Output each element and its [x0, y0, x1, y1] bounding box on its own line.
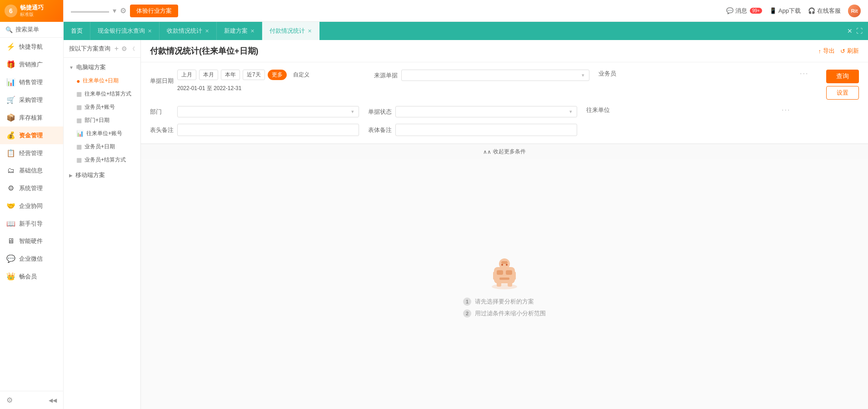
filter-bodynote-wrapper: 表体备注 — [368, 124, 577, 136]
scheme-mobile-group[interactable]: ▶ 移动端方案 — [64, 168, 140, 182]
shortcut-icon: ⚡ — [6, 42, 15, 51]
scheme-collapse-icon[interactable]: 《 — [130, 45, 135, 52]
source-select[interactable]: ▾ — [401, 70, 589, 81]
sidebar-item-label: 销售管理 — [19, 78, 43, 86]
message-icon: 💬 — [726, 7, 733, 14]
sidebar-item-marketing[interactable]: 🎁 营销推广 — [0, 56, 63, 73]
collapse-sidebar-icon[interactable]: ◀◀ — [49, 397, 57, 404]
date-shortcut-group: 上月 本月 本年 近7天 更多 自定义 2022-01-01 至 2022-12… — [177, 70, 365, 92]
sidebar-item-wechat[interactable]: 💬 企业微信 — [0, 250, 63, 268]
message-action[interactable]: 💬 消息 99+ — [726, 7, 762, 15]
message-badge: 99+ — [750, 8, 762, 14]
scheme-add-icon[interactable]: + — [115, 45, 119, 53]
date-this-year[interactable]: 本年 — [221, 70, 240, 80]
user-avatar[interactable]: Rit — [848, 5, 861, 17]
dept-chevron-icon: ▾ — [351, 109, 354, 115]
sidebar-item-basic[interactable]: 🗂 基础信息 — [0, 162, 63, 179]
scheme-item-label: 业务员+结算方式 — [85, 156, 126, 164]
docstatus-select[interactable]: ▾ — [395, 106, 577, 117]
salesperson-dots-icon[interactable]: ··· — [800, 70, 813, 78]
sidebar-item-guide[interactable]: 📖 新手引导 — [0, 215, 63, 232]
bodynote-input[interactable] — [395, 124, 577, 136]
filter-actions: 查询 设置 — [826, 70, 859, 100]
date-custom[interactable]: 自定义 — [289, 70, 313, 80]
sidebar-item-purchase[interactable]: 🛒 采购管理 — [0, 91, 63, 109]
date-last-month[interactable]: 上月 — [177, 70, 196, 80]
scheme-header-actions: + ⚙ 《 — [115, 45, 135, 53]
scheme-header-label: 按以下方案查询 — [69, 45, 110, 53]
refresh-button[interactable]: ↺ 刷新 — [840, 47, 859, 55]
sidebar-item-inventory[interactable]: 📦 库存核算 — [0, 109, 63, 126]
tab-home[interactable]: 首页 — [64, 22, 90, 40]
scheme-item-partner-settle[interactable]: ▦ 往来单位+结算方式 — [64, 87, 140, 101]
partner-dots-icon[interactable]: ··· — [782, 106, 795, 114]
tab-cashflow-close[interactable]: ✕ — [148, 28, 152, 34]
tab-payment[interactable]: 付款情况统计 ✕ — [262, 22, 319, 40]
export-button[interactable]: ↑ 导出 — [818, 47, 835, 55]
logo-name: 畅捷通巧 — [20, 4, 44, 11]
scheme-mobile-label: 移动端方案 — [75, 171, 105, 179]
tab-newplan[interactable]: 新建方案 ✕ — [217, 22, 262, 40]
sidebar-item-enterprise[interactable]: 🤝 企业协同 — [0, 197, 63, 215]
sidebar-item-hardware[interactable]: 🖥 智能硬件 — [0, 232, 63, 250]
svg-rect-4 — [499, 278, 509, 280]
sidebar-item-label: 采购管理 — [19, 96, 43, 104]
scheme-item-salesperson-date[interactable]: ▦ 业务员+日期 — [64, 140, 140, 153]
sidebar-item-system[interactable]: ⚙ 系统管理 — [0, 179, 63, 197]
sales-icon: 📊 — [6, 78, 15, 86]
tab-close-all-icon[interactable]: ✕ — [847, 27, 853, 35]
headnote-input[interactable] — [177, 124, 359, 136]
svg-point-0 — [492, 284, 517, 289]
settings-button[interactable]: 设置 — [826, 86, 859, 100]
sidebar-item-fund[interactable]: 💰 资金管理 — [0, 126, 63, 144]
date-range-display: 2022-01-01 至 2022-12-31 — [177, 85, 365, 92]
tab-newplan-label: 新建方案 — [224, 27, 248, 35]
scheme-item-dept-date[interactable]: ▦ 部门+日期 — [64, 114, 140, 127]
tab-cashflow-label: 现金银行流水查询 — [98, 27, 145, 35]
scheme-desktop-group[interactable]: ▼ 电脑端方案 — [64, 61, 140, 74]
search-label: 搜索菜单 — [15, 25, 39, 34]
topbar-gear-icon[interactable]: ⚙ — [120, 6, 126, 15]
partner-select[interactable] — [614, 108, 778, 112]
page-actions: ↑ 导出 ↺ 刷新 — [818, 47, 859, 55]
scheme-item-label: 业务员+账号 — [85, 103, 115, 111]
filter-headnote-wrapper: 表头备注 — [150, 124, 359, 136]
salesperson-select[interactable] — [626, 71, 796, 76]
tab-receipt[interactable]: 收款情况统计 ✕ — [160, 22, 217, 40]
date-7days[interactable]: 近7天 — [243, 70, 265, 80]
app-download-action[interactable]: 📱 App下载 — [769, 7, 801, 15]
service-action[interactable]: 🎧 在线客服 — [808, 7, 841, 15]
empty-tips: 1 请先选择要分析的方案 2 用过滤条件来缩小分析范围 — [463, 298, 546, 318]
tab-receipt-close[interactable]: ✕ — [205, 28, 209, 34]
sidebar-item-label: 库存核算 — [19, 114, 43, 122]
svg-rect-9 — [493, 272, 496, 280]
collapse-bar[interactable]: ∧∧ 收起更多条件 — [141, 144, 868, 159]
sidebar-item-sales[interactable]: 📊 销售管理 — [0, 73, 63, 91]
scheme-item-salesperson-account[interactable]: ▦ 业务员+账号 — [64, 101, 140, 114]
dept-select[interactable]: ▾ — [177, 106, 359, 117]
scheme-item-label: 业务员+日期 — [85, 143, 115, 151]
tab-newplan-close[interactable]: ✕ — [250, 28, 254, 34]
topbar: ▬▬▬▬▬▬▬ ▾ ⚙ 体验行业方案 💬 消息 99+ 📱 App下载 🎧 在线… — [64, 0, 868, 22]
tab-cashflow[interactable]: 现金银行流水查询 ✕ — [90, 22, 160, 40]
query-button[interactable]: 查询 — [826, 70, 859, 83]
date-more[interactable]: 更多 — [268, 70, 287, 80]
settings-bottom-icon[interactable]: ⚙ — [6, 396, 13, 404]
bodynote-label: 表体备注 — [368, 126, 392, 134]
sidebar-item-shortcut[interactable]: ⚡ 快捷导航 — [0, 38, 63, 56]
sidebar-item-member[interactable]: 👑 畅会员 — [0, 268, 63, 285]
dropdown-arrow-icon[interactable]: ▾ — [113, 6, 116, 15]
date-this-month[interactable]: 本月 — [199, 70, 218, 80]
sidebar-item-operation[interactable]: 📋 经营管理 — [0, 144, 63, 162]
scheme-settings-icon[interactable]: ⚙ — [121, 45, 127, 52]
scheme-item-label: 部门+日期 — [85, 116, 110, 124]
sidebar-logo: 6 畅捷通巧 标准版 — [0, 0, 63, 22]
scheme-item-partner-date[interactable]: ● 往来单位+日期 — [64, 74, 140, 87]
tab-payment-close[interactable]: ✕ — [308, 28, 312, 34]
tab-maximize-icon[interactable]: ⛶ — [856, 27, 863, 35]
app-icon: 📱 — [769, 7, 777, 14]
trial-button[interactable]: 体验行业方案 — [130, 5, 178, 17]
scheme-item-salesperson-settle[interactable]: ▦ 业务员+结算方式 — [64, 153, 140, 167]
scheme-item-partner-account[interactable]: 📊 往来单位+账号 — [64, 127, 140, 140]
search-menu[interactable]: 🔍 搜索菜单 — [0, 22, 63, 38]
